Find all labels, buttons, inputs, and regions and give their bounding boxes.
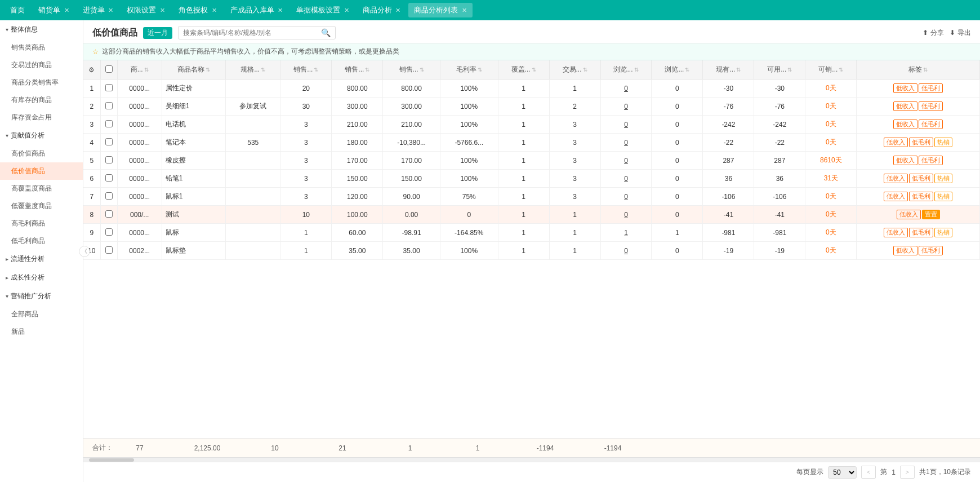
sidebar-item-new-goods[interactable]: 新品 xyxy=(0,323,83,341)
browse-link[interactable]: 0 xyxy=(624,85,628,92)
browse-link[interactable]: 0 xyxy=(624,157,628,165)
sidebar-item-stock-funds[interactable]: 库存资金占用 xyxy=(0,109,83,126)
col-settings[interactable]: ⚙ xyxy=(83,60,100,79)
browse-link[interactable]: 0 xyxy=(624,103,628,110)
sidebar-item-all-goods[interactable]: 全部商品 xyxy=(0,306,83,323)
sidebar-item-stock-goods[interactable]: 有库存的商品 xyxy=(0,91,83,109)
sidebar-group-contribution[interactable]: ▾ 贡献值分析 xyxy=(0,126,83,145)
cell-num: 5 xyxy=(83,152,100,170)
row-checkbox[interactable] xyxy=(105,174,113,182)
browse-link[interactable]: 1 xyxy=(624,229,628,237)
sidebar-item-sales-goods[interactable]: 销售类商品 xyxy=(0,39,83,56)
search-icon[interactable]: 🔍 xyxy=(321,28,331,37)
cell-checkbox[interactable] xyxy=(100,98,117,116)
tag-label: 低收入 xyxy=(884,174,908,183)
col-spec: 规格...⇅ xyxy=(226,60,280,79)
nav-close-permission[interactable]: ✕ xyxy=(160,7,165,14)
nav-close-analysis[interactable]: ✕ xyxy=(395,7,400,14)
sidebar-item-low-margin[interactable]: 低毛利商品 xyxy=(0,232,83,250)
nav-role[interactable]: 角色授权 ✕ xyxy=(173,3,222,17)
sidebar-item-traded-goods[interactable]: 交易过的商品 xyxy=(0,56,83,74)
nav-close-purchase[interactable]: ✕ xyxy=(108,7,113,14)
cell-browse1[interactable]: 0 xyxy=(600,79,652,98)
prev-page-button[interactable]: ＜ xyxy=(861,466,876,479)
nav-analysis[interactable]: 商品分析 ✕ xyxy=(357,3,407,17)
cell-browse1[interactable]: 0 xyxy=(600,134,652,152)
cell-browse1[interactable]: 1 xyxy=(600,224,652,242)
sidebar-group-marketing[interactable]: ▾ 营销推广分析 xyxy=(0,287,83,306)
nav-close-sales[interactable]: ✕ xyxy=(64,7,69,14)
row-checkbox[interactable] xyxy=(105,246,113,254)
nav-close-analysis-list[interactable]: ✕ xyxy=(462,7,467,14)
nav-permission[interactable]: 权限设置 ✕ xyxy=(121,3,171,17)
nav-close-warehouse[interactable]: ✕ xyxy=(278,7,283,14)
browse-link[interactable]: 0 xyxy=(624,139,628,147)
nav-analysis-list[interactable]: 商品分析列表 ✕ xyxy=(408,3,473,17)
cell-checkbox[interactable] xyxy=(100,152,117,170)
nav-sales[interactable]: 销货单 ✕ xyxy=(33,3,75,17)
select-all-checkbox[interactable] xyxy=(105,65,113,73)
row-checkbox[interactable] xyxy=(105,210,113,218)
share-button[interactable]: ⬆ 分享 xyxy=(923,28,944,38)
row-checkbox[interactable] xyxy=(105,228,113,236)
search-input[interactable] xyxy=(183,29,318,37)
row-checkbox[interactable] xyxy=(105,156,113,163)
row-checkbox[interactable] xyxy=(105,192,113,200)
cell-browse1[interactable]: 0 xyxy=(600,98,652,116)
scrollbar-area[interactable] xyxy=(83,457,980,462)
col-margin: 毛利率⇅ xyxy=(440,60,498,79)
nav-close-template[interactable]: ✕ xyxy=(344,7,349,14)
sidebar-item-high-margin[interactable]: 高毛利商品 xyxy=(0,215,83,232)
cell-margin: 100% xyxy=(440,170,498,188)
cell-checkbox[interactable] xyxy=(100,224,117,242)
cell-browse1[interactable]: 0 xyxy=(600,170,652,188)
col-browse2: 浏览...⇅ xyxy=(652,60,703,79)
nav-home[interactable]: 首页 xyxy=(5,3,30,17)
browse-link[interactable]: 0 xyxy=(624,211,628,219)
cell-checkbox[interactable] xyxy=(100,188,117,206)
row-checkbox[interactable] xyxy=(105,84,113,91)
nav-warehouse[interactable]: 产成品入库单 ✕ xyxy=(225,3,289,17)
cell-browse1[interactable]: 0 xyxy=(600,152,652,170)
cell-browse1[interactable]: 0 xyxy=(600,116,652,134)
table-wrapper: ⚙ 商...⇅ 商品名称⇅ 规格...⇅ 销售...⇅ 销售...⇅ 销售...… xyxy=(83,60,980,438)
col-browse1: 浏览...⇅ xyxy=(600,60,652,79)
sidebar-item-category-rate[interactable]: 商品分类销售率 xyxy=(0,74,83,91)
cell-browse1[interactable]: 0 xyxy=(600,242,652,260)
cell-checkbox[interactable] xyxy=(100,116,117,134)
browse-link[interactable]: 0 xyxy=(624,193,628,201)
browse-link[interactable]: 0 xyxy=(624,175,628,183)
cell-checkbox[interactable] xyxy=(100,206,117,224)
cell-checkbox[interactable] xyxy=(100,242,117,260)
sidebar-item-high-value[interactable]: 高价值商品 xyxy=(0,145,83,162)
nav-purchase[interactable]: 进货单 ✕ xyxy=(77,3,119,17)
filter-recent-month-button[interactable]: 近一月 xyxy=(143,27,172,39)
cell-browse1[interactable]: 0 xyxy=(600,188,652,206)
sidebar-item-low-coverage[interactable]: 低覆盖度商品 xyxy=(0,197,83,215)
nav-close-role[interactable]: ✕ xyxy=(212,7,217,14)
browse-link[interactable]: 0 xyxy=(624,121,628,129)
sidebar-item-high-coverage[interactable]: 高覆盖度商品 xyxy=(0,180,83,197)
cell-cov: 1 xyxy=(498,152,549,170)
export-button[interactable]: ⬇ 导出 xyxy=(950,28,971,38)
cell-checkbox[interactable] xyxy=(100,79,117,98)
cell-browse2: 0 xyxy=(652,79,703,98)
row-checkbox[interactable] xyxy=(105,102,113,109)
cell-checkbox[interactable] xyxy=(100,170,117,188)
row-checkbox[interactable] xyxy=(105,120,113,127)
sidebar-collapse-button[interactable]: 《 xyxy=(79,246,90,257)
cell-browse1[interactable]: 0 xyxy=(600,206,652,224)
sidebar-group-growth[interactable]: ▸ 成长性分析 xyxy=(0,268,83,287)
cell-stock: 36 xyxy=(703,170,754,188)
next-page-button[interactable]: ＞ xyxy=(900,466,915,479)
nav-template[interactable]: 单据模板设置 ✕ xyxy=(291,3,355,17)
sidebar-group-overall[interactable]: ▾ 整体信息 xyxy=(0,20,83,39)
sidebar-group-liquidity[interactable]: ▸ 流通性分析 xyxy=(0,250,83,268)
col-checkbox[interactable] xyxy=(100,60,117,79)
cell-checkbox[interactable] xyxy=(100,134,117,152)
sidebar-item-low-value[interactable]: 低价值商品 xyxy=(0,162,83,180)
row-checkbox[interactable] xyxy=(105,138,113,145)
page-size-select[interactable]: 50 100 200 xyxy=(828,466,857,479)
cell-avail: -41 xyxy=(754,206,805,224)
browse-link[interactable]: 0 xyxy=(624,247,628,255)
